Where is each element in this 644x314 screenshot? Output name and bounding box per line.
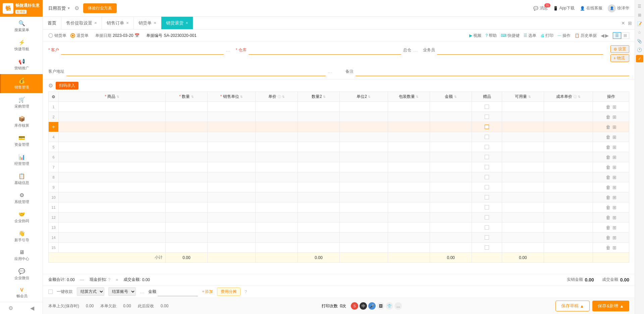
product-cell[interactable] (59, 112, 166, 122)
product-cell-new[interactable] (59, 122, 166, 132)
gift-checkbox[interactable] (485, 245, 489, 250)
sidebar-item-weixin[interactable]: 💬 企业微信 (0, 265, 43, 284)
sidebar-item-purchase[interactable]: 🛒 采购管理 (0, 93, 43, 112)
qty2-cell[interactable] (298, 112, 339, 122)
address-dots-icon[interactable]: ... (328, 68, 332, 74)
sidebar-item-marketing[interactable]: 📢 营销推广 (0, 55, 43, 74)
delete-row-icon[interactable]: 🗑 (606, 235, 610, 240)
rp-star-icon[interactable]: ☆ (636, 29, 643, 36)
copy-row-icon[interactable]: ⊞ (612, 165, 616, 170)
tab-return-close-icon[interactable]: ✕ (185, 21, 188, 25)
address-input[interactable] (66, 67, 326, 76)
sidebar-item-search[interactable]: 🔍 搜索菜单 (0, 17, 43, 36)
sidebar-item-business[interactable]: 📊 经营管理 (0, 150, 43, 170)
qty-cell[interactable] (165, 112, 207, 122)
packqty-cell[interactable] (388, 112, 430, 122)
gift-cell[interactable] (472, 112, 502, 122)
img-icon[interactable]: 🖼 (377, 302, 384, 310)
save-draft-button[interactable]: 保存草稿 ▲ (555, 301, 590, 311)
unit-sort-icon[interactable]: ⇅ (240, 95, 243, 99)
delete-row-icon[interactable]: 🗑 (606, 154, 610, 160)
collapse-sidebar-icon[interactable]: ◀ (30, 305, 34, 311)
amount-cell[interactable] (430, 102, 472, 112)
product-sort-icon[interactable]: ⇅ (117, 95, 119, 99)
copy-row-icon[interactable]: ⊞ (612, 144, 616, 150)
payment-amount-input[interactable] (158, 287, 198, 296)
rp-active-icon[interactable]: ✓ (636, 55, 643, 62)
gift-checkbox[interactable] (485, 145, 489, 149)
app-download-item[interactable]: 📱 App下载 (553, 5, 575, 11)
product-input-new[interactable] (60, 124, 164, 129)
copy-row-icon[interactable]: ⊞ (612, 205, 616, 210)
gift-checkbox[interactable] (485, 165, 489, 169)
gift-checkbox[interactable] (485, 105, 489, 109)
tshirt-icon[interactable]: 👕 (386, 302, 393, 310)
gift-checkbox[interactable] (485, 235, 489, 240)
unit-cell[interactable] (208, 102, 256, 112)
amount-cell[interactable] (430, 112, 472, 122)
qty2-cell[interactable] (298, 102, 339, 112)
s-icon[interactable]: S (351, 302, 358, 310)
qty2-cell-new[interactable] (298, 122, 339, 132)
unit2-sort-icon[interactable]: ⇅ (368, 95, 371, 99)
unit2-cell[interactable] (340, 112, 388, 122)
settings-bottom-icon[interactable]: ⚙ (8, 305, 13, 311)
sidebar-item-member[interactable]: V 畅会员 (0, 284, 43, 302)
experience-button[interactable]: 体验行业方案 (83, 3, 117, 13)
qty-sort-icon[interactable]: ⇅ (191, 95, 194, 99)
save-new-button[interactable]: 保存&新增 ▲ (592, 301, 629, 311)
gift-checkbox[interactable] (485, 155, 489, 159)
rp-table-icon[interactable]: ☰ (636, 3, 643, 10)
avail-cell[interactable] (502, 102, 544, 112)
expand-tabs-icon[interactable]: ⊞ (628, 20, 632, 26)
price-sort-icon[interactable]: ⇅ (282, 95, 285, 99)
user-item[interactable]: 👤 徐泽华 (608, 4, 629, 12)
unit-cell-new[interactable] (208, 122, 256, 132)
gift-cell[interactable] (472, 102, 502, 112)
tab-delivery-close-icon[interactable]: ✕ (154, 21, 156, 25)
sidebar-item-sales[interactable]: 💰 销售管理 (0, 74, 43, 93)
qty-cell-new[interactable] (165, 122, 207, 132)
remark-input[interactable] (356, 67, 629, 76)
customer-dots-icon[interactable]: ... (226, 47, 230, 53)
cost-sort-icon[interactable]: ⇅ (578, 95, 581, 99)
gift-checkbox[interactable] (485, 175, 489, 179)
tab-home[interactable]: 首页 (43, 17, 61, 29)
next-arrow-icon[interactable]: ▶ (605, 33, 609, 38)
add-row-cell[interactable]: + (49, 122, 59, 132)
cost-cell[interactable] (544, 112, 593, 122)
add-row-icon[interactable]: + (52, 124, 55, 130)
delete-row-icon[interactable]: 🗑 (606, 165, 610, 170)
unit2-cell[interactable] (340, 102, 388, 112)
add-payment-btn[interactable]: + 添加 (202, 289, 213, 295)
delete-row-icon[interactable]: 🗑 (606, 215, 610, 220)
settings-form-btn[interactable]: ⚙ 设置 (610, 45, 629, 53)
delete-row-icon[interactable]: 🗑 (606, 104, 610, 110)
radio-sales[interactable]: 销货单 (48, 33, 66, 39)
delete-row-icon[interactable]: 🗑 (606, 205, 610, 210)
print-action[interactable]: 🖨 打印 (540, 33, 553, 39)
copy-row-icon[interactable]: ⊞ (612, 114, 616, 120)
delete-row-icon[interactable]: 🗑 (606, 134, 610, 140)
tab-sales-delivery[interactable]: 销货单 ✕ (134, 17, 161, 29)
avail-cell-new[interactable] (502, 122, 544, 132)
cost-cell[interactable] (544, 102, 593, 112)
shortcuts-action[interactable]: ⌨ 快捷键 (501, 33, 520, 39)
one-click-checkbox[interactable] (48, 290, 53, 294)
sidebar-item-system[interactable]: ⚙ 系统管理 (0, 189, 43, 208)
delete-row-icon[interactable]: 🗑 (606, 245, 610, 250)
col-settings-icon[interactable]: ⚙ (52, 95, 55, 99)
help-action[interactable]: ? 帮助 (485, 33, 497, 39)
extra-icon[interactable]: … (394, 302, 402, 310)
unit2-cell-new[interactable] (340, 122, 388, 132)
amount-sort-icon[interactable]: ⇅ (454, 95, 457, 99)
gift-checkbox[interactable] (485, 185, 489, 189)
tab-price-settings[interactable]: 售价提取设置 ✕ (61, 17, 102, 29)
sidebar-item-appcenter[interactable]: 🖥 应用中心 (0, 246, 43, 265)
gift-checkbox[interactable] (485, 205, 489, 209)
logistics-btn[interactable]: + 物流 (610, 54, 629, 62)
delete-row-icon[interactable]: 🗑 (606, 144, 610, 150)
operations-action[interactable]: ⋯ 操作 (557, 33, 571, 39)
settlement-select[interactable]: 结算方式 现金 银行转账 (77, 287, 104, 296)
grid-view-btn[interactable]: ⊞ (621, 32, 629, 39)
